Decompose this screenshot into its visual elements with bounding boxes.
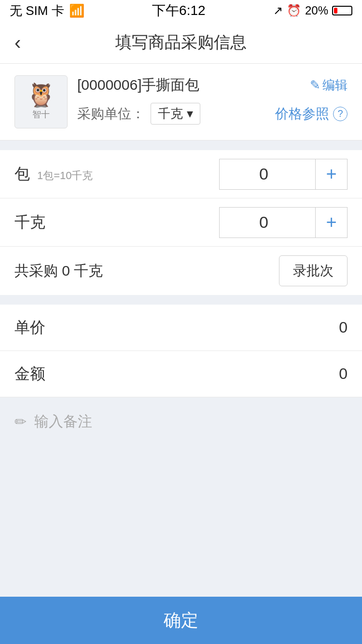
unit-dropdown[interactable]: 千克 ▾	[151, 103, 200, 125]
bags-label: 包 1包=10千克	[14, 164, 93, 185]
kg-input-right: +	[72, 207, 348, 238]
confirm-button[interactable]: 确定	[0, 597, 362, 644]
total-row: 共采购 0 千克 录批次	[0, 247, 362, 295]
unit-value: 千克	[158, 105, 183, 122]
dropdown-chevron-icon: ▾	[187, 106, 193, 121]
pencil-icon: ✏	[14, 413, 27, 430]
amount-value: 0	[339, 365, 348, 383]
product-info: [0000006]手撕面包 ✎ 编辑 采购单位： 千克 ▾ 价格参照 ?	[77, 75, 348, 125]
product-full-name: [0000006]手撕面包	[77, 75, 199, 95]
status-right: ↗ ⏰ 20%	[273, 4, 352, 17]
status-bar: 无 SIM 卡 📶 下午6:12 ↗ ⏰ 20%	[0, 0, 362, 21]
unit-price-row: 单价 0	[0, 305, 362, 351]
kg-plus-button[interactable]: +	[316, 207, 348, 238]
amount-row: 金额 0	[0, 351, 362, 397]
edit-label: 编辑	[322, 77, 348, 94]
wifi-icon: 📶	[69, 3, 84, 18]
purchase-unit-label: 采购单位：	[77, 105, 145, 123]
product-image: 🦉 智十	[14, 75, 68, 128]
total-label: 共采购 0 千克	[14, 261, 103, 281]
sim-label: 无 SIM 卡	[10, 2, 64, 19]
unit-price-label: 单价	[14, 317, 45, 338]
nav-bar: ‹ 填写商品采购信息	[0, 21, 362, 64]
back-button[interactable]: ‹	[14, 33, 21, 52]
battery-icon	[332, 6, 352, 15]
section-divider-2	[0, 295, 362, 305]
edit-button[interactable]: ✎ 编辑	[310, 77, 348, 94]
kg-quantity-input[interactable]	[219, 207, 316, 238]
unit-price-value: 0	[339, 319, 348, 336]
remark-placeholder: 输入备注	[34, 412, 92, 432]
edit-icon: ✎	[310, 78, 320, 93]
price-section: 单价 0 金额 0	[0, 305, 362, 397]
gps-icon: ↗	[273, 4, 283, 17]
record-batch-button[interactable]: 录批次	[279, 255, 348, 286]
product-placeholder: 🦉 智十	[27, 84, 56, 120]
page-title: 填写商品采购信息	[115, 31, 247, 54]
kg-input-row: 千克 +	[0, 198, 362, 247]
price-reference-button[interactable]: 价格参照 ?	[275, 105, 348, 123]
bags-plus-button[interactable]: +	[316, 159, 348, 190]
help-circle-icon: ?	[333, 107, 348, 121]
confirm-button-label: 确定	[164, 609, 198, 632]
product-card: 🦉 智十 [0000006]手撕面包 ✎ 编辑 采购单位： 千克 ▾ 价格参照 …	[0, 64, 362, 140]
product-name-row: [0000006]手撕面包 ✎ 编辑	[77, 75, 348, 95]
section-divider-1	[0, 140, 362, 150]
alarm-icon: ⏰	[287, 4, 301, 17]
bags-input-right: +	[93, 159, 348, 190]
remark-section[interactable]: ✏ 输入备注	[0, 397, 362, 484]
bags-sub-label: 1包=10千克	[37, 169, 93, 182]
quantity-input-section: 包 1包=10千克 + 千克 +	[0, 150, 362, 247]
kg-label: 千克	[14, 212, 72, 233]
status-left: 无 SIM 卡 📶	[10, 2, 84, 19]
purchase-unit-row: 采购单位： 千克 ▾ 价格参照 ?	[77, 103, 348, 125]
product-logo-icon: 🦉	[27, 84, 56, 107]
bags-quantity-input[interactable]	[219, 159, 316, 190]
bags-input-row: 包 1包=10千克 +	[0, 150, 362, 198]
remark-input-row: ✏ 输入备注	[14, 412, 348, 432]
battery-percent: 20%	[305, 4, 328, 17]
logo-text: 智十	[32, 109, 50, 120]
status-time: 下午6:12	[152, 1, 206, 20]
price-ref-label: 价格参照	[275, 105, 329, 123]
unit-selector-group: 采购单位： 千克 ▾	[77, 103, 200, 125]
amount-label: 金额	[14, 364, 45, 385]
